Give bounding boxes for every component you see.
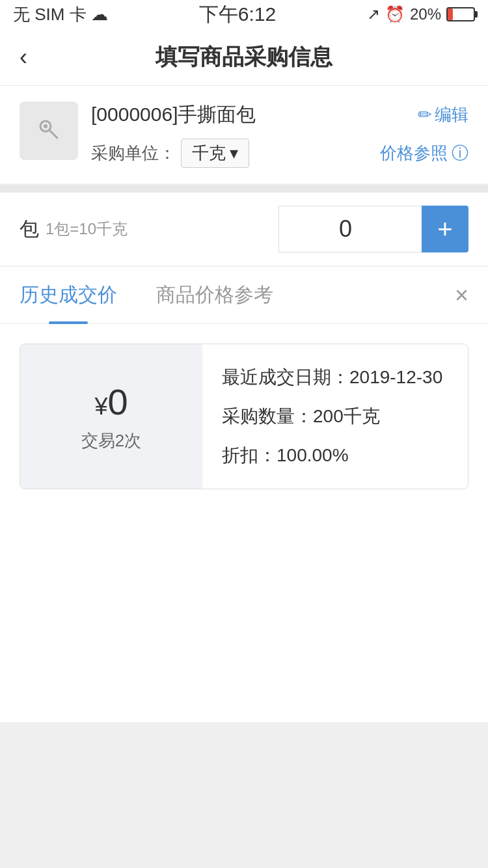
section-divider	[0, 185, 488, 193]
no-sim-text: 无 SIM 卡 ☁	[13, 3, 108, 26]
tab-active-indicator	[49, 321, 88, 324]
price-card-right: 最近成交日期：2019-12-30 采购数量：200千克 折扣：100.00%	[202, 344, 468, 489]
nav-bar: ‹ 填写商品采购信息	[0, 29, 488, 86]
price-card-left: ¥0 交易2次	[20, 344, 202, 489]
tabs-bar: 历史成交价 商品价格参考 ×	[0, 267, 488, 324]
quantity-input-group: +	[278, 206, 468, 252]
back-button[interactable]: ‹	[20, 44, 27, 71]
price-card-container: ¥0 交易2次 最近成交日期：2019-12-30 采购数量：200千克 折扣：…	[0, 324, 488, 489]
currency-symbol: ¥	[94, 393, 107, 420]
svg-line-2	[49, 130, 57, 138]
alarm-icon: ⏰	[385, 5, 405, 23]
product-thumbnail	[20, 102, 78, 160]
product-name: [0000006]手撕面包	[91, 102, 256, 128]
quantity-convert: 1包=10千克	[46, 219, 128, 239]
price-ref-button[interactable]: 价格参照 ⓘ	[380, 142, 468, 165]
quantity-plus-button[interactable]: +	[422, 206, 468, 252]
quantity-input[interactable]	[278, 206, 422, 252]
tab-history-price[interactable]: 历史成交价	[20, 267, 117, 324]
quantity-row: 包 1包=10千克 +	[0, 193, 488, 265]
status-left: 无 SIM 卡 ☁	[13, 3, 108, 26]
location-icon: ↗	[367, 5, 380, 23]
edit-icon: ✏	[418, 105, 432, 125]
tab-close-button[interactable]: ×	[455, 284, 468, 307]
price-amount: ¥0	[94, 381, 128, 423]
product-info: [0000006]手撕面包 ✏ 编辑 采购单位： 千克 ▾ 价格参照 ⓘ	[91, 102, 468, 168]
svg-point-1	[44, 124, 47, 128]
main-content: 历史成交价 商品价格参考 × ¥0 交易2次 最近成交日期：2019-12-30	[0, 267, 488, 722]
battery-percent: 20%	[410, 5, 441, 23]
quantity-unit: 包	[20, 216, 39, 243]
discount-row: 折扣：100.00%	[222, 442, 448, 469]
status-time: 下午6:12	[199, 1, 276, 28]
price-card: ¥0 交易2次 最近成交日期：2019-12-30 采购数量：200千克 折扣：…	[20, 344, 468, 489]
dropdown-icon: ▾	[230, 143, 238, 163]
recent-date-row: 最近成交日期：2019-12-30	[222, 364, 448, 391]
purchase-unit-label: 采购单位： 千克 ▾	[91, 139, 249, 168]
product-card: [0000006]手撕面包 ✏ 编辑 采购单位： 千克 ▾ 价格参照 ⓘ	[0, 86, 488, 183]
trade-count: 交易2次	[81, 429, 141, 452]
tab-price-reference[interactable]: 商品价格参考	[156, 267, 273, 324]
battery-icon	[446, 7, 475, 21]
quantity-label: 包 1包=10千克	[20, 216, 128, 243]
status-right: ↗ ⏰ 20%	[367, 5, 475, 23]
tabs-group: 历史成交价 商品价格参考	[20, 267, 273, 324]
unit-select[interactable]: 千克 ▾	[181, 139, 249, 168]
purchase-qty-row: 采购数量：200千克	[222, 403, 448, 430]
tab-price-ref-label: 商品价格参考	[156, 282, 273, 308]
page-title: 填写商品采购信息	[156, 42, 332, 72]
status-bar: 无 SIM 卡 ☁ 下午6:12 ↗ ⏰ 20%	[0, 0, 488, 29]
edit-button[interactable]: ✏ 编辑	[418, 103, 468, 126]
tab-history-label: 历史成交价	[20, 282, 117, 308]
question-icon: ⓘ	[452, 142, 468, 165]
